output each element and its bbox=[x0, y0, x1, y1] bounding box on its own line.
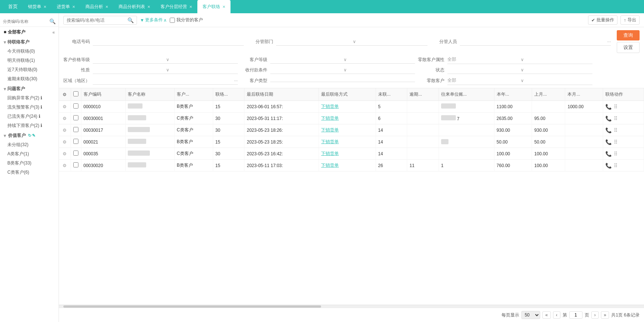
row5-phone-icon[interactable]: 📞 bbox=[605, 151, 612, 157]
row4-last-method[interactable]: 下销货单 bbox=[319, 136, 376, 148]
row1-phone-icon[interactable]: 📞 bbox=[605, 104, 612, 110]
col-checkbox[interactable] bbox=[71, 88, 81, 101]
prev-page-btn[interactable]: ‹ bbox=[553, 311, 560, 319]
row2-checkbox[interactable] bbox=[71, 113, 81, 124]
per-page-select[interactable]: 50 100 bbox=[521, 311, 540, 319]
row5-select[interactable] bbox=[73, 151, 78, 156]
row4-checkbox[interactable] bbox=[71, 136, 81, 148]
sidebar-item-c-class[interactable]: C类客户(6) bbox=[0, 168, 59, 177]
row4-gear[interactable]: ⚙ bbox=[59, 136, 71, 148]
filter-customer-type-select[interactable] bbox=[270, 79, 415, 82]
last-page-btn[interactable]: » bbox=[601, 311, 609, 319]
nav-customer-segment-close[interactable]: ✕ bbox=[189, 5, 192, 9]
more-conditions-btn[interactable]: ▼ 更多条件 ∧ bbox=[140, 17, 167, 23]
toolbar-search-icon[interactable]: 🔍 bbox=[127, 17, 134, 23]
row6-more-icon[interactable]: ⠿ bbox=[614, 163, 617, 169]
sidebar-group-pending[interactable]: ▾ 待联络客户 bbox=[0, 37, 59, 47]
sidebar-item-7days[interactable]: 近7天待联络(0) bbox=[0, 65, 59, 74]
row5-last-method[interactable]: 下销货单 bbox=[319, 148, 376, 160]
filter-phone-input[interactable] bbox=[93, 38, 244, 46]
row4-more-icon[interactable]: ⠿ bbox=[614, 139, 617, 145]
sidebar-item-lost[interactable]: 已流失客户(24) ℹ bbox=[0, 112, 59, 121]
row3-last-method[interactable]: 下销货单 bbox=[319, 124, 376, 136]
filter-region-dots[interactable]: ··· bbox=[234, 78, 238, 83]
sidebar-item-b-class[interactable]: B类客户(33) bbox=[0, 159, 59, 168]
nav-purchase-close[interactable]: ✕ bbox=[72, 5, 75, 9]
my-customers-checkbox-label[interactable]: 我分管的客户 bbox=[170, 17, 203, 23]
nav-sales[interactable]: 销货单✕ bbox=[23, 0, 52, 13]
row2-last-method[interactable]: 下销货单 bbox=[319, 113, 376, 124]
sidebar-search-icon[interactable]: 🔍 bbox=[49, 18, 56, 24]
nav-goods-list[interactable]: 商品分析列表✕ bbox=[113, 0, 155, 13]
sidebar-item-overdue[interactable]: 逾期未联络(30) bbox=[0, 74, 59, 84]
row3-more-icon[interactable]: ⠿ bbox=[614, 127, 617, 133]
sidebar-group-value[interactable]: ▾ 价值客户 ↻ ✎ bbox=[0, 130, 59, 140]
row2-phone-icon[interactable]: 📞 bbox=[605, 116, 612, 121]
batch-operation-btn[interactable]: ✔ 批量操作 bbox=[588, 15, 617, 25]
row6-select[interactable] bbox=[73, 162, 78, 167]
filter-status-select[interactable]: ∨ bbox=[447, 66, 592, 74]
query-button[interactable]: 查询 bbox=[617, 30, 640, 40]
sidebar-value-edit-icon[interactable]: ✎ bbox=[32, 133, 35, 138]
row6-checkbox[interactable] bbox=[71, 160, 81, 171]
filter-customer-grade-select[interactable]: ∨ bbox=[270, 56, 415, 64]
nav-home[interactable]: 首页 bbox=[3, 0, 23, 13]
row2-more-icon[interactable]: ⠿ bbox=[614, 116, 617, 121]
filter-nature-select[interactable]: ∨ bbox=[93, 66, 238, 74]
sidebar-item-tomorrow[interactable]: 明天待联络(1) bbox=[0, 56, 59, 65]
nav-sales-close[interactable]: ✕ bbox=[43, 5, 46, 9]
row1-last-method[interactable]: 下销货单 bbox=[319, 101, 376, 113]
row1-checkbox[interactable] bbox=[71, 101, 81, 113]
sidebar-group-problem[interactable]: ▾ 问题客户 bbox=[0, 84, 59, 93]
sidebar-value-refresh-icon[interactable]: ↻ bbox=[28, 133, 31, 138]
row3-select[interactable] bbox=[73, 127, 78, 132]
nav-goods-list-close[interactable]: ✕ bbox=[147, 5, 150, 9]
sidebar-collapse-icon[interactable]: « bbox=[52, 30, 55, 35]
filter-dept-select[interactable]: ∨ bbox=[276, 38, 427, 46]
nav-goods-analysis[interactable]: 商品分析✕ bbox=[80, 0, 113, 13]
nav-customer-contact[interactable]: 客户联络✕ bbox=[197, 0, 230, 13]
row4-select[interactable] bbox=[73, 139, 78, 144]
filter-value-grade-select[interactable]: ∨ bbox=[93, 56, 238, 64]
sidebar-item-a-class[interactable]: A类客户(1) bbox=[0, 149, 59, 159]
row1-select[interactable] bbox=[73, 103, 78, 109]
scrollbar-thumb[interactable] bbox=[63, 305, 321, 308]
row1-more-icon[interactable]: ⠿ bbox=[614, 104, 617, 110]
filter-payment-select[interactable]: ∨ bbox=[270, 66, 415, 74]
row5-more-icon[interactable]: ⠿ bbox=[614, 151, 617, 157]
next-page-btn[interactable]: › bbox=[591, 311, 599, 319]
row3-gear[interactable]: ⚙ bbox=[59, 124, 71, 136]
row3-checkbox[interactable] bbox=[71, 124, 81, 136]
settings-button[interactable]: 设置 bbox=[617, 42, 640, 53]
toolbar-search-input[interactable] bbox=[67, 18, 127, 23]
sidebar-item-declining[interactable]: 持续下滑客户(2) ℹ bbox=[0, 121, 59, 130]
first-page-btn[interactable]: « bbox=[542, 311, 551, 319]
row5-gear[interactable]: ⚙ bbox=[59, 148, 71, 160]
sidebar-item-warning[interactable]: 流失预警客户(3) ℹ bbox=[0, 103, 59, 112]
row6-gear[interactable]: ⚙ bbox=[59, 160, 71, 171]
nav-goods-analysis-close[interactable]: ✕ bbox=[105, 5, 108, 9]
sidebar-item-ungroup[interactable]: 未分组(32) bbox=[0, 140, 59, 149]
col-gear[interactable]: ⚙ bbox=[59, 88, 71, 101]
select-all-checkbox[interactable] bbox=[73, 91, 78, 96]
nav-customer-segment[interactable]: 客户分层经营✕ bbox=[155, 0, 197, 13]
filter-retail-select[interactable]: 全部 ∨ bbox=[447, 76, 592, 85]
row2-gear[interactable]: ⚙ bbox=[59, 113, 71, 124]
row5-checkbox[interactable] bbox=[71, 148, 81, 160]
page-number-input[interactable] bbox=[569, 311, 583, 319]
row2-select[interactable] bbox=[73, 115, 78, 120]
sidebar-item-abnormal[interactable]: 回购异常客户(2) ℹ bbox=[0, 93, 59, 103]
row6-phone-icon[interactable]: 📞 bbox=[605, 163, 612, 169]
filter-manager-dots[interactable]: ··· bbox=[607, 39, 611, 44]
nav-purchase[interactable]: 进货单✕ bbox=[52, 0, 80, 13]
row6-last-method[interactable]: 下销货单 bbox=[319, 160, 376, 171]
row3-phone-icon[interactable]: 📞 bbox=[605, 127, 612, 133]
nav-customer-contact-close[interactable]: ✕ bbox=[222, 5, 225, 9]
row4-phone-icon[interactable]: 📞 bbox=[605, 139, 612, 145]
row1-gear[interactable]: ⚙ bbox=[59, 101, 71, 113]
horizontal-scrollbar[interactable] bbox=[59, 305, 644, 308]
export-btn[interactable]: ↑ 导出 bbox=[620, 15, 640, 25]
my-customers-checkbox[interactable] bbox=[170, 18, 175, 23]
sidebar-item-today[interactable]: 今天待联络(0) bbox=[0, 47, 59, 56]
filter-retail-attr-select[interactable]: 全部 ∨ bbox=[447, 55, 592, 64]
